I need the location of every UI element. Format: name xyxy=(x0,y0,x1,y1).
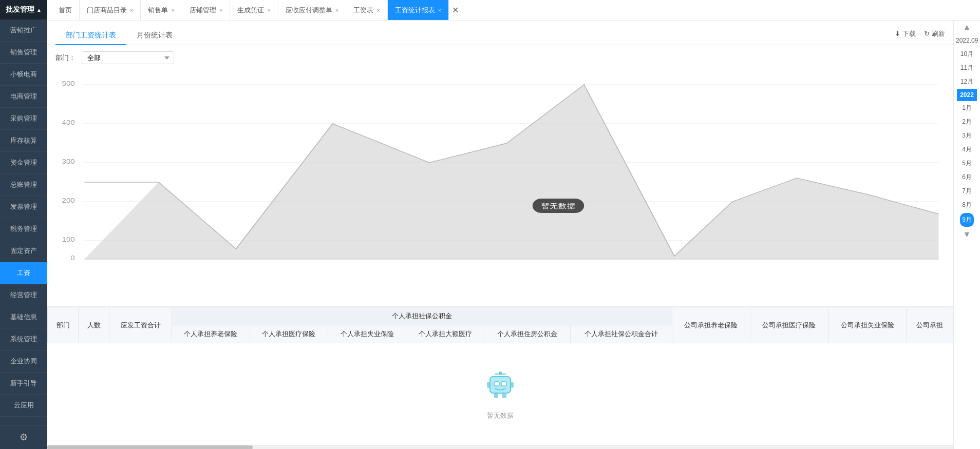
timeline-month-3月[interactable]: 3月 xyxy=(957,129,977,143)
sidebar-item-营销推广[interactable]: 营销推广 xyxy=(0,19,47,42)
sidebar-item-销售管理[interactable]: 销售管理 xyxy=(0,42,47,64)
svg-text:100: 100 xyxy=(62,236,76,243)
sidebar: 批发管理 ▲ 营销推广销售管理小畅电商电商管理采购管理库存核算资金管理总账管理发… xyxy=(0,0,47,449)
svg-text:500: 500 xyxy=(62,80,76,87)
sidebar-items: 营销推广销售管理小畅电商电商管理采购管理库存核算资金管理总账管理发票管理税务管理… xyxy=(0,19,47,425)
tab-close-工资表[interactable]: × xyxy=(376,7,380,13)
dept-table: 部门 人数 应发工资合计 个人承担社保公积金 公司承担养老保险 公司承担医疗保险… xyxy=(47,307,953,343)
timeline-month-8月[interactable]: 8月 xyxy=(957,198,977,212)
sidebar-header[interactable]: 批发管理 ▲ xyxy=(0,0,47,19)
timeline-month-1月[interactable]: 1月 xyxy=(957,101,977,115)
col-group-personal: 个人承担社保公积金 xyxy=(172,307,672,325)
empty-state: 暂无数据 xyxy=(47,343,953,441)
svg-rect-21 xyxy=(487,382,490,388)
timeline-nav-down[interactable]: ▼ xyxy=(954,228,980,241)
sidebar-item-云应用[interactable]: 云应用 xyxy=(0,395,47,417)
chart-container: 500 400 300 200 100 0 xyxy=(47,70,953,306)
col-personal-medical: 个人承担医疗保险 xyxy=(250,325,328,343)
col-count: 人数 xyxy=(79,307,109,343)
content-area: 部门工资统计表 月份统计表 ⬇ 下载 ↻ 刷新 部门： 全部 xyxy=(47,21,980,449)
sidebar-item-发票管理[interactable]: 发票管理 xyxy=(0,196,47,218)
empty-robot-icon xyxy=(480,364,521,405)
sidebar-item-资金管理[interactable]: 资金管理 xyxy=(0,152,47,174)
sub-tab-dept[interactable]: 部门工资统计表 xyxy=(55,27,126,45)
sidebar-item-总账管理[interactable]: 总账管理 xyxy=(0,174,47,196)
sidebar-item-基础信息[interactable]: 基础信息 xyxy=(0,306,47,328)
sidebar-item-企业协同[interactable]: 企业协同 xyxy=(0,350,47,373)
tab-close-店铺管理[interactable]: × xyxy=(219,7,222,13)
svg-rect-23 xyxy=(494,393,498,398)
tab-工资统计报表[interactable]: 工资统计报表× xyxy=(388,0,449,20)
svg-rect-24 xyxy=(502,393,506,398)
col-company-other: 公司承担 xyxy=(907,307,953,343)
col-personal-housing: 个人承担住房公积金 xyxy=(484,325,570,343)
col-total-salary: 应发工资合计 xyxy=(109,307,172,343)
svg-text:0: 0 xyxy=(70,255,75,261)
table-area: 部门 人数 应发工资合计 个人承担社保公积金 公司承担养老保险 公司承担医疗保险… xyxy=(47,306,953,449)
sidebar-item-库存核算[interactable]: 库存核算 xyxy=(0,130,47,152)
tab-门店商品目录[interactable]: 门店商品目录× xyxy=(80,0,141,20)
sidebar-item-系统管理[interactable]: 系统管理 xyxy=(0,328,47,350)
sidebar-item-小畅电商[interactable]: 小畅电商 xyxy=(0,64,47,86)
sidebar-item-固定资产[interactable]: 固定资产 xyxy=(0,240,47,262)
sidebar-item-电商管理[interactable]: 电商管理 xyxy=(0,86,47,108)
col-personal-bigmed: 个人承担大额医疗 xyxy=(406,325,484,343)
timeline-month-4月[interactable]: 4月 xyxy=(957,143,977,157)
sidebar-item-税务管理[interactable]: 税务管理 xyxy=(0,218,47,240)
timeline-month-11月[interactable]: 11月 xyxy=(957,61,977,75)
area-chart: 500 400 300 200 100 0 xyxy=(55,70,945,265)
main-area: 首页门店商品目录×销售单×店铺管理×生成凭证×应收应付调整单×工资表×工资统计报… xyxy=(47,0,980,449)
tab-close-工资统计报表[interactable]: × xyxy=(438,7,441,13)
timeline-month-6月[interactable]: 6月 xyxy=(957,170,977,184)
download-button[interactable]: ⬇ 下载 xyxy=(895,29,916,38)
sub-tab-actions: ⬇ 下载 ↻ 刷新 xyxy=(895,29,945,43)
timeline-year-2022[interactable]: 2022 xyxy=(957,89,977,101)
tab-首页[interactable]: 首页 xyxy=(51,0,80,20)
svg-rect-16 xyxy=(490,377,511,393)
sidebar-title: 批发管理 xyxy=(6,5,34,14)
empty-text: 暂无数据 xyxy=(487,411,514,420)
tab-close-门店商品目录[interactable]: × xyxy=(130,7,133,13)
refresh-button[interactable]: ↻ 刷新 xyxy=(924,29,945,38)
sub-tab-month[interactable]: 月份统计表 xyxy=(126,27,183,45)
timeline-month-10月[interactable]: 10月 xyxy=(957,47,977,61)
tab-bar-close-all[interactable]: ✕ xyxy=(449,4,462,16)
timeline-year-label[interactable]: 2022.09 xyxy=(954,34,980,47)
timeline-sidebar: ▲ 2022.09 10月11月12月20221月2月3月4月5月6月7月8月9… xyxy=(953,21,980,449)
chevron-up-icon: ▲ xyxy=(36,7,42,13)
download-icon: ⬇ xyxy=(895,30,900,37)
svg-text:400: 400 xyxy=(62,119,76,126)
scroll-indicator[interactable] xyxy=(47,445,953,449)
refresh-icon: ↻ xyxy=(924,30,930,37)
col-company-unemploy: 公司承担失业保险 xyxy=(828,307,907,343)
svg-text:200: 200 xyxy=(62,197,76,204)
timeline-month-12月[interactable]: 12月 xyxy=(957,75,977,89)
svg-marker-12 xyxy=(84,85,938,259)
svg-point-20 xyxy=(499,372,502,375)
timeline-month-7月[interactable]: 7月 xyxy=(957,184,977,198)
sidebar-footer: ⚙ xyxy=(0,425,47,449)
scroll-thumb[interactable] xyxy=(47,445,253,449)
sidebar-item-新手引导[interactable]: 新手引导 xyxy=(0,373,47,395)
timeline-month-active[interactable]: 9月 xyxy=(960,213,974,227)
timeline-month-5月[interactable]: 5月 xyxy=(957,157,977,170)
tab-close-生成凭证[interactable]: × xyxy=(267,7,270,13)
gear-icon[interactable]: ⚙ xyxy=(20,432,28,442)
sidebar-item-经营管理[interactable]: 经营管理 xyxy=(0,284,47,306)
timeline-month-2月[interactable]: 2月 xyxy=(957,115,977,129)
sidebar-item-工资[interactable]: 工资 xyxy=(0,262,47,284)
tab-close-应收应付调整单[interactable]: × xyxy=(335,7,338,13)
tab-生成凭证[interactable]: 生成凭证× xyxy=(230,0,278,20)
sidebar-item-采购管理[interactable]: 采购管理 xyxy=(0,108,47,130)
sub-tabs: 部门工资统计表 月份统计表 ⬇ 下载 ↻ 刷新 xyxy=(47,21,953,45)
tab-销售单[interactable]: 销售单× xyxy=(141,0,182,20)
tab-工资表[interactable]: 工资表× xyxy=(346,0,387,20)
tab-店铺管理[interactable]: 店铺管理× xyxy=(182,0,230,20)
table-wrapper[interactable]: 部门 人数 应发工资合计 个人承担社保公积金 公司承担养老保险 公司承担医疗保险… xyxy=(47,307,953,445)
col-company-medical: 公司承担医疗保险 xyxy=(750,307,828,343)
dept-filter-select[interactable]: 全部 xyxy=(82,51,174,64)
tab-应收应付调整单[interactable]: 应收应付调整单× xyxy=(278,0,346,20)
dept-filter-label: 部门： xyxy=(55,53,76,63)
tab-close-销售单[interactable]: × xyxy=(171,7,174,13)
timeline-nav-up[interactable]: ▲ xyxy=(954,21,980,34)
